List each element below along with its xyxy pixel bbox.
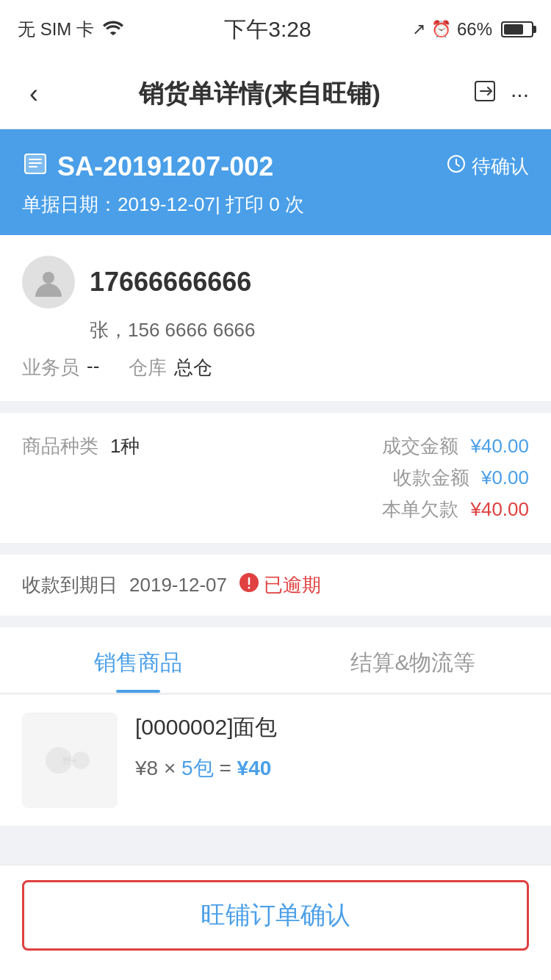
customer-section: 17666666666 张，156 6666 6666 业务员 -- 仓库 总仓 <box>0 235 551 401</box>
amount-label: 成交金额 <box>382 433 458 459</box>
amount-value: ¥40.00 <box>470 435 529 458</box>
confirm-order-button[interactable]: 旺铺订单确认 <box>22 880 529 951</box>
avatar <box>22 256 75 309</box>
svg-point-5 <box>248 587 251 589</box>
battery-icon <box>501 21 533 37</box>
order-id: SA-20191207-002 <box>22 150 273 183</box>
back-button[interactable]: ‹ <box>22 71 46 117</box>
alarm-icon: ⏰ <box>431 20 451 39</box>
customer-info: 张，156 6666 6666 <box>90 317 529 343</box>
customer-row: 17666666666 <box>22 256 529 309</box>
status-left: 无 SIM 卡 <box>18 18 123 41</box>
equals-symbol: = <box>219 757 237 779</box>
collected-label: 收款金额 <box>393 465 469 491</box>
order-id-row: SA-20191207-002 待确认 <box>22 150 529 183</box>
product-image: 野+ <box>22 713 118 808</box>
due-date-value: 2019-12-07 <box>129 574 227 597</box>
product-type-label: 商品种类 <box>22 433 98 459</box>
amount-row: 成交金额 ¥40.00 <box>382 433 529 459</box>
owed-row: 本单欠款 ¥40.00 <box>382 497 529 522</box>
product-info: [0000002]面包 ¥8 × 5包 = ¥40 <box>135 713 529 782</box>
salesperson-field: 业务员 -- <box>22 355 99 381</box>
warehouse-value: 总仓 <box>174 355 212 381</box>
status-bar: 无 SIM 卡 下午3:28 ↗ ⏰ 66% <box>0 0 551 59</box>
quantity: 5包 <box>181 757 214 779</box>
collected-value: ¥0.00 <box>481 466 529 489</box>
summary-section: 商品种类 1种 成交金额 ¥40.00 收款金额 ¥0.00 本单欠款 ¥40.… <box>0 413 551 543</box>
unit-price: ¥8 <box>135 757 158 779</box>
collected-row: 收款金额 ¥0.00 <box>393 465 529 491</box>
svg-point-3 <box>43 272 54 284</box>
owed-label: 本单欠款 <box>382 497 458 522</box>
bottom-button-area: 旺铺订单确认 <box>0 865 551 980</box>
carrier-text: 无 SIM 卡 <box>18 18 94 41</box>
product-section: 野+ [0000002]面包 ¥8 × 5包 = ¥40 <box>0 695 551 826</box>
wifi-icon <box>103 19 123 40</box>
overdue-text: 已逾期 <box>264 572 321 598</box>
page-title: 销货单详情(来自旺铺) <box>139 77 381 111</box>
overdue-icon <box>239 572 259 598</box>
owed-value: ¥40.00 <box>470 498 529 521</box>
product-price: ¥8 × 5包 = ¥40 <box>135 754 529 782</box>
salesperson-label: 业务员 <box>22 355 79 381</box>
product-name: [0000002]面包 <box>135 713 529 743</box>
product-total: ¥40 <box>237 757 272 779</box>
due-section: 收款到期日 2019-12-07 已逾期 <box>0 555 551 616</box>
more-button[interactable]: ··· <box>511 82 529 107</box>
warehouse-label: 仓库 <box>129 355 167 381</box>
tab-settlement-logistics[interactable]: 结算&物流等 <box>276 627 551 693</box>
order-icon <box>22 150 48 183</box>
due-date-label: 收款到期日 <box>22 572 118 598</box>
location-icon: ↗ <box>412 20 425 39</box>
battery-percent: 66% <box>457 19 492 40</box>
product-type-count: 1种 <box>110 433 140 459</box>
warehouse-field: 仓库 总仓 <box>129 355 212 381</box>
summary-right: 成交金额 ¥40.00 收款金额 ¥0.00 本单欠款 ¥40.00 <box>382 433 529 522</box>
order-header-card: SA-20191207-002 待确认 单据日期：2019-12-07| 打印 … <box>0 129 551 235</box>
customer-meta: 业务员 -- 仓库 总仓 <box>22 355 529 381</box>
order-date: 单据日期：2019-12-07| 打印 0 次 <box>22 192 529 217</box>
product-item: 野+ [0000002]面包 ¥8 × 5包 = ¥40 <box>22 713 529 808</box>
status-right: ↗ ⏰ 66% <box>412 19 533 40</box>
share-button[interactable] <box>474 80 496 107</box>
nav-actions: ··· <box>474 80 529 107</box>
nav-bar: ‹ 销货单详情(来自旺铺) ··· <box>0 59 551 129</box>
summary-left: 商品种类 1种 <box>22 433 140 459</box>
svg-text:野+: 野+ <box>62 756 76 766</box>
tabs-row: 销售商品 结算&物流等 <box>0 627 551 693</box>
status-time: 下午3:28 <box>224 15 311 45</box>
overdue-badge: 已逾期 <box>239 572 321 598</box>
salesperson-value: -- <box>87 355 99 381</box>
customer-phone: 17666666666 <box>90 267 251 298</box>
multiply-symbol: × <box>164 757 181 779</box>
order-status: 待确认 <box>447 154 529 179</box>
tabs-section: 销售商品 结算&物流等 <box>0 627 551 693</box>
clock-icon <box>447 154 466 179</box>
tab-sales-products[interactable]: 销售商品 <box>0 627 276 693</box>
